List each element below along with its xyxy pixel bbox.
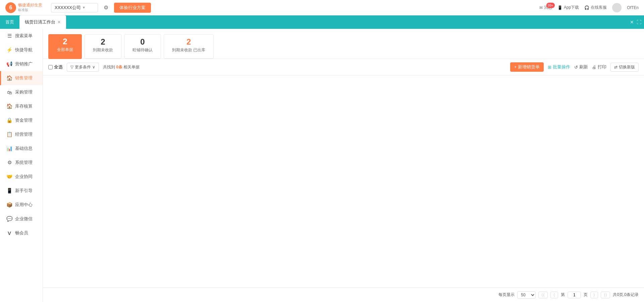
sidebar-item-guide[interactable]: 📱 新手引导 bbox=[0, 184, 43, 198]
app-download-action[interactable]: 📱 App下载 bbox=[557, 5, 579, 10]
sidebar-item-purchase[interactable]: 🛍 采购管理 bbox=[0, 85, 43, 99]
batch-button[interactable]: ⊞ 批量操作 bbox=[548, 64, 570, 70]
sidebar-label-purchase: 采购管理 bbox=[15, 89, 33, 95]
app-download-icon: 📱 bbox=[557, 5, 562, 10]
first-page-button[interactable]: ⟨⟨ bbox=[538, 292, 548, 298]
sidebar-item-wechat[interactable]: 💬 企业微信 bbox=[0, 212, 43, 226]
search-menu-icon: ☰ bbox=[6, 33, 12, 39]
print-button[interactable]: 🖨 打印 bbox=[592, 64, 606, 70]
prev-page-button[interactable]: ⟨ bbox=[550, 292, 558, 298]
page-input[interactable] bbox=[568, 292, 581, 298]
message-action[interactable]: ✉ 消息 99+ bbox=[539, 5, 552, 10]
stat-tab-pending[interactable]: 0 旺铺待确认 bbox=[124, 34, 161, 59]
sidebar-label-finance: 资金管理 bbox=[15, 117, 33, 123]
sidebar-item-system[interactable]: ⚙ 系统管理 bbox=[0, 156, 43, 170]
stat-tab-all[interactable]: 2 全部单据 bbox=[48, 34, 82, 59]
stat-overdue-label: 到期未收款 bbox=[93, 47, 113, 53]
cooperation-icon: 🤝 bbox=[6, 174, 12, 180]
app-download-label: App下载 bbox=[564, 5, 579, 10]
found-suffix: 相关单据 bbox=[123, 65, 140, 69]
tab-workbench-label: 钱货日清工作台 bbox=[25, 19, 55, 25]
quick-nav-icon: ⚡ bbox=[6, 47, 12, 53]
sidebar-item-quick-nav[interactable]: ⚡ 快捷导航 bbox=[0, 43, 43, 57]
stat-tab-overdue[interactable]: 2 到期未收款 bbox=[85, 34, 121, 59]
online-service-label: 在线客服 bbox=[591, 5, 607, 10]
tab-expand-icon[interactable]: ⛶ bbox=[637, 19, 641, 25]
table-area bbox=[43, 75, 644, 287]
avatar-name: OfTEn bbox=[627, 5, 639, 10]
sidebar: ☰ 搜索菜单 ⚡ 快捷导航 📢 营销推广 🏠 销售管理 🛍 采购管理 🏠 库存核… bbox=[0, 29, 43, 302]
pagination-summary: 共0页,0条记录 bbox=[613, 292, 639, 298]
select-all-label[interactable]: 全选 bbox=[48, 64, 63, 70]
tab-bar-actions: ✕ ⛶ bbox=[630, 19, 644, 25]
next-page-button[interactable]: ⟩ bbox=[590, 292, 598, 298]
print-label: 打印 bbox=[598, 64, 606, 70]
stats-tabs: 2 全部单据 2 到期未收款 0 旺铺待确认 2 到期未收款 已出库 bbox=[43, 29, 644, 59]
settings-button[interactable]: ⚙ bbox=[101, 2, 111, 13]
new-sales-button[interactable]: + 新增销货单 bbox=[510, 62, 544, 72]
select-all-checkbox[interactable] bbox=[48, 65, 53, 69]
stat-pending-number: 0 bbox=[132, 37, 153, 47]
filter-icon: ▽ bbox=[70, 65, 73, 69]
sidebar-label-sales: 销售管理 bbox=[15, 75, 33, 81]
filter-button[interactable]: ▽ 更多条件 ∨ bbox=[67, 63, 99, 72]
tab-close-icon[interactable]: ✕ bbox=[57, 20, 61, 24]
found-prefix: 共找到 bbox=[103, 65, 115, 69]
stat-unshipped-label: 到期未收款 已出库 bbox=[172, 47, 205, 53]
tab-minimize-icon[interactable]: ✕ bbox=[630, 19, 634, 25]
select-all-text: 全选 bbox=[54, 64, 63, 70]
filter-label: 更多条件 bbox=[75, 64, 91, 70]
sidebar-label-cooperation: 企业协同 bbox=[15, 174, 33, 180]
inventory-icon: 🏠 bbox=[6, 103, 12, 109]
marketing-icon: 📢 bbox=[6, 61, 12, 67]
sidebar-item-operations[interactable]: 📋 经营管理 bbox=[0, 127, 43, 141]
last-page-button[interactable]: ⟩⟩ bbox=[601, 292, 610, 298]
print-icon: 🖨 bbox=[592, 65, 596, 70]
sidebar-label-system: 系统管理 bbox=[15, 160, 33, 166]
switch-version-button[interactable]: ⇄ 切换新版 bbox=[610, 63, 639, 72]
purchase-icon: 🛍 bbox=[6, 89, 12, 95]
sidebar-item-search-menu[interactable]: ☰ 搜索菜单 bbox=[0, 29, 43, 43]
sidebar-item-sales[interactable]: 🏠 销售管理 bbox=[0, 71, 43, 85]
refresh-button[interactable]: ↺ 刷新 bbox=[574, 64, 588, 70]
app-center-icon: 📦 bbox=[6, 202, 12, 208]
online-service-action[interactable]: 🎧 在线客服 bbox=[584, 5, 607, 10]
logo-text-area: 畅捷通好生意 标准版 bbox=[18, 3, 42, 12]
toolbar: 全选 ▽ 更多条件 ∨ 共找到 0条 相关单据 + 新增销货单 ⊞ 批量操作 ↺ bbox=[43, 59, 644, 75]
sidebar-label-operations: 经营管理 bbox=[15, 131, 33, 137]
wechat-icon: 💬 bbox=[6, 216, 12, 222]
stat-tab-unshipped[interactable]: 2 到期未收款 已出库 bbox=[164, 34, 214, 59]
sidebar-item-finance[interactable]: 🔒 资金管理 bbox=[0, 113, 43, 127]
sidebar-item-inventory[interactable]: 🏠 库存核算 bbox=[0, 99, 43, 113]
sidebar-item-cooperation[interactable]: 🤝 企业协同 bbox=[0, 170, 43, 184]
header-left: 6 畅捷通好生意 标准版 XXXXXX公司 ▼ ⚙ 体验行业方案 bbox=[5, 2, 151, 13]
sidebar-label-member: 畅会员 bbox=[15, 230, 28, 236]
sidebar-label-quick-nav: 快捷导航 bbox=[15, 47, 33, 53]
sidebar-item-marketing[interactable]: 📢 营销推广 bbox=[0, 57, 43, 71]
stat-pending-label: 旺铺待确认 bbox=[132, 47, 153, 53]
page-suffix: 页 bbox=[584, 292, 588, 298]
message-badge: 99+ bbox=[546, 3, 555, 8]
logo-icon: 6 bbox=[5, 2, 16, 13]
tab-home[interactable]: 首页 bbox=[0, 15, 19, 29]
finance-icon: 🔒 bbox=[6, 117, 12, 123]
sidebar-item-base-info[interactable]: 📊 基础信息 bbox=[0, 141, 43, 156]
guide-icon: 📱 bbox=[6, 188, 12, 194]
sidebar-item-member[interactable]: V 畅会员 bbox=[0, 226, 43, 240]
main-layout: ☰ 搜索菜单 ⚡ 快捷导航 📢 营销推广 🏠 销售管理 🛍 采购管理 🏠 库存核… bbox=[0, 29, 644, 302]
stat-unshipped-number: 2 bbox=[172, 37, 205, 47]
member-icon: V bbox=[6, 230, 12, 236]
switch-icon: ⇄ bbox=[614, 65, 618, 69]
sidebar-label-marketing: 营销推广 bbox=[15, 61, 33, 67]
stat-all-label: 全部单据 bbox=[56, 47, 74, 53]
found-count: 0条 bbox=[116, 65, 122, 69]
chevron-down-icon: ▼ bbox=[82, 6, 86, 9]
sidebar-item-app-center[interactable]: 📦 应用中心 bbox=[0, 198, 43, 212]
tab-workbench[interactable]: 钱货日清工作台 ✕ bbox=[19, 15, 66, 29]
logo-area: 6 畅捷通好生意 标准版 bbox=[5, 2, 48, 13]
company-selector[interactable]: XXXXXX公司 ▼ bbox=[51, 3, 98, 12]
page-size-select[interactable]: 50 10 20 100 bbox=[517, 291, 536, 299]
sidebar-label-wechat: 企业微信 bbox=[15, 216, 33, 222]
experience-button[interactable]: 体验行业方案 bbox=[114, 3, 151, 13]
avatar[interactable] bbox=[612, 3, 622, 12]
